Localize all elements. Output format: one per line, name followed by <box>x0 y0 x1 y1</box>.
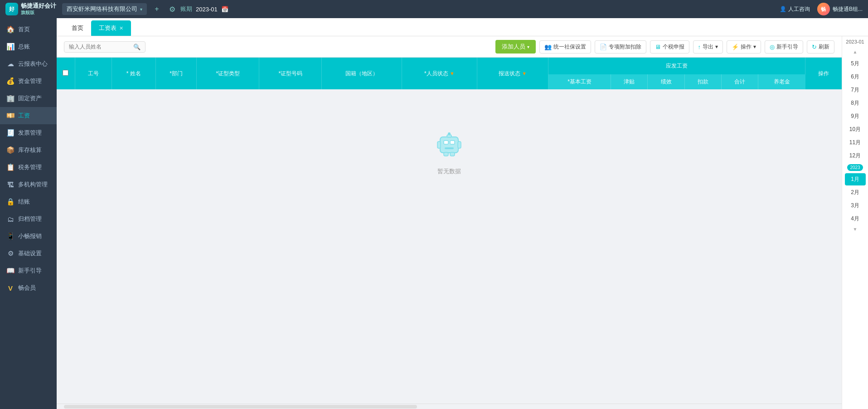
rp-month-2022-5[interactable]: 5月 <box>845 58 866 70</box>
sidebar: 🏠 首页 📊 总账 ☁ 云报表中心 💰 资金管理 🏢 固定资产 💴 工资 🧾 发… <box>0 18 57 409</box>
special-deduction-button[interactable]: 📄 专项附加扣除 <box>595 40 646 54</box>
support-label: 人工咨询 <box>788 5 810 13</box>
header-actions: + ⚙ <box>151 4 178 15</box>
rp-scroll-down[interactable]: ▼ <box>850 225 861 233</box>
guide-icon: 📖 <box>6 267 15 275</box>
th-department: *部门 <box>155 58 197 89</box>
home-icon: 🏠 <box>6 25 15 34</box>
rp-month-2023-2[interactable]: 2月 <box>845 186 866 199</box>
operation-button[interactable]: ⚡ 操作 ▾ <box>727 40 761 54</box>
export-button[interactable]: ↑ 导出 ▾ <box>693 40 723 54</box>
table-wrap: 工号 * 姓名 *部门 *证型类型 *证型号码 国籍（地区） *人员状态 ▼ <box>57 58 842 404</box>
sidebar-item-multi[interactable]: 🏗 多机构管理 <box>0 176 57 193</box>
rp-month-2022-8[interactable]: 8月 <box>845 97 866 109</box>
company-dropdown-arrow: ▾ <box>140 7 142 12</box>
logo-text: 畅捷通好会计 <box>21 2 56 10</box>
report-status-filter-icon[interactable]: ▼ <box>522 71 527 76</box>
refresh-icon: ↻ <box>812 44 817 50</box>
header-right: 👤 人工咨询 畅 畅捷通B组... <box>780 3 863 15</box>
rp-month-2022-10[interactable]: 10月 <box>845 123 866 136</box>
th-report-status: 报送状态 ▼ <box>477 58 548 89</box>
sidebar-item-general[interactable]: 📊 总账 <box>0 38 57 55</box>
sidebar-label-close: 结账 <box>18 198 30 206</box>
search-input[interactable] <box>69 44 131 50</box>
sidebar-item-inventory[interactable]: 📦 库存核算 <box>0 141 57 159</box>
sidebar-item-guide[interactable]: 📖 新手引导 <box>0 262 57 279</box>
sidebar-item-member[interactable]: V 畅会员 <box>0 279 57 297</box>
export-label: 导出 <box>703 43 713 51</box>
refresh-button[interactable]: ↻ 刷新 <box>807 40 834 54</box>
social-icon: 👥 <box>544 44 552 50</box>
social-label: 统一社保设置 <box>553 43 586 51</box>
guide-button[interactable]: ◎ 新手引导 <box>765 40 803 54</box>
company-selector[interactable]: 西安虾米网络科技有限公司 ▾ <box>62 3 147 15</box>
special-icon: 📄 <box>600 44 607 50</box>
rp-scroll-up[interactable]: ▲ <box>850 48 861 55</box>
th-allowance: 津贴 <box>611 74 648 89</box>
tax-report-icon: 🖥 <box>655 44 661 50</box>
rp-month-2023-1[interactable]: 1月 <box>845 173 866 185</box>
rp-month-2022-7[interactable]: 7月 <box>845 84 866 96</box>
logo-icon: 好 <box>5 3 18 15</box>
scroll-bar[interactable] <box>64 405 417 409</box>
tab-home[interactable]: 首页 <box>64 20 91 36</box>
rp-month-2023-3[interactable]: 3月 <box>845 200 866 212</box>
tab-bar: 首页 工资表 ✕ <box>57 18 868 36</box>
calendar-icon[interactable]: 📅 <box>221 6 228 13</box>
svg-rect-3 <box>445 147 454 149</box>
user-avatar: 畅 <box>817 3 830 15</box>
user-support[interactable]: 👤 人工咨询 <box>780 5 810 13</box>
tab-salary-close[interactable]: ✕ <box>119 26 123 31</box>
sidebar-label-archive: 归档管理 <box>18 215 42 223</box>
add-person-button[interactable]: 添加人员 ▾ <box>495 40 536 54</box>
tax-icon: 📋 <box>6 163 15 171</box>
main-content: 🔍 添加人员 ▾ 👥 统一社保设置 📄 专项附加 <box>57 36 868 409</box>
sidebar-item-funds[interactable]: 💰 资金管理 <box>0 73 57 90</box>
cloud-icon: ☁ <box>6 60 15 68</box>
th-id-number: *证型号码 <box>259 58 322 89</box>
sidebar-item-archive[interactable]: 🗂 归档管理 <box>0 210 57 228</box>
social-settings-button[interactable]: 👥 统一社保设置 <box>539 40 591 54</box>
add-company-button[interactable]: + <box>151 4 162 15</box>
empty-text: 暂无数据 <box>437 167 461 175</box>
person-status-filter-icon[interactable]: ▼ <box>450 71 455 76</box>
member-icon: V <box>6 284 15 292</box>
sidebar-label-basic: 基础设置 <box>18 249 42 258</box>
guide-toolbar-icon: ◎ <box>770 44 775 50</box>
tax-report-button[interactable]: 🖥 个税申报 <box>650 40 689 54</box>
rp-month-2023-4[interactable]: 4月 <box>845 213 866 225</box>
th-checkbox[interactable] <box>57 58 75 89</box>
tax-report-label: 个税申报 <box>663 43 684 51</box>
sidebar-item-xiao[interactable]: 📱 小畅报销 <box>0 228 57 245</box>
basic-icon: ⚙ <box>6 249 15 258</box>
multi-icon: 🏗 <box>6 181 15 189</box>
th-person-status: *人员状态 ▼ <box>402 58 477 89</box>
salary-icon: 💴 <box>6 112 15 120</box>
sidebar-item-fixed[interactable]: 🏢 固定资产 <box>0 90 57 107</box>
rp-month-2022-6[interactable]: 6月 <box>845 71 866 83</box>
sidebar-item-home[interactable]: 🏠 首页 <box>0 21 57 38</box>
empty-state: 暂无数据 <box>57 89 842 212</box>
add-person-label: 添加人员 <box>502 43 525 51</box>
sidebar-item-close[interactable]: 🔒 结账 <box>0 193 57 210</box>
toolbar-right: 添加人员 ▾ 👥 统一社保设置 📄 专项附加扣除 🖥 <box>495 40 835 54</box>
svg-rect-0 <box>440 137 458 153</box>
rp-month-2022-9[interactable]: 9月 <box>845 110 866 122</box>
support-icon: 👤 <box>780 6 786 12</box>
tab-salary[interactable]: 工资表 ✕ <box>91 20 131 36</box>
rp-month-2022-11[interactable]: 11月 <box>845 136 866 149</box>
settings-button[interactable]: ⚙ <box>167 4 178 15</box>
sidebar-item-basic[interactable]: ⚙ 基础设置 <box>0 245 57 262</box>
general-icon: 📊 <box>6 43 15 51</box>
close-accounts-icon: 🔒 <box>6 198 15 206</box>
sidebar-item-invoice[interactable]: 🧾 发票管理 <box>0 124 57 141</box>
period-info: 账期 2023-01 📅 <box>180 5 228 13</box>
logo-text-group: 畅捷通好会计 旗舰版 <box>21 2 56 16</box>
select-all-checkbox[interactable] <box>63 70 68 76</box>
sidebar-item-cloud[interactable]: ☁ 云报表中心 <box>0 55 57 73</box>
sidebar-item-salary[interactable]: 💴 工资 <box>0 107 57 124</box>
user-avatar-area[interactable]: 畅 畅捷通B组... <box>817 3 863 15</box>
th-deduction: 扣款 <box>684 74 721 89</box>
sidebar-item-tax[interactable]: 📋 税务管理 <box>0 159 57 176</box>
rp-month-2022-12[interactable]: 12月 <box>845 150 866 162</box>
